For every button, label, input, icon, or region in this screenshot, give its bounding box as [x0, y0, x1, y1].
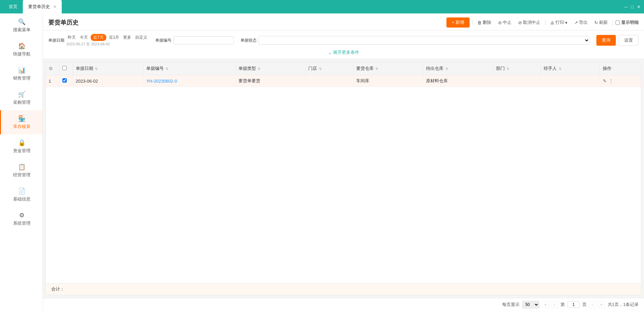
sidebar-item-label: 搜索菜单 — [13, 27, 31, 33]
sidebar-item-basic-info[interactable]: 📄 基础信息 — [0, 183, 43, 207]
sidebar-item-label: 经营管理 — [13, 172, 31, 178]
date-option-7days[interactable]: 近7天 — [91, 34, 106, 41]
stop-icon: ⊘ — [498, 20, 502, 25]
data-table: ⚙ 单据日期 ⇅ 单据编号 ⇅ — [46, 62, 641, 87]
sort-store-icon[interactable]: ⇅ — [319, 67, 322, 71]
tab-list: 首页 要货单历史 ✕ — [3, 0, 62, 13]
sidebar-item-system-mgmt[interactable]: ⚙ 系统管理 — [0, 207, 43, 231]
date-option-yesterday[interactable]: 昨天 — [66, 34, 77, 41]
table-body: 1 2023-06-02 YH-20230602-0 要货单要货 — [46, 75, 641, 87]
prev-page-button[interactable]: ‹ — [552, 301, 558, 308]
date-option-more[interactable]: 更多 — [122, 34, 132, 41]
sidebar-item-sales-mgmt[interactable]: 📊 销售管理 — [0, 62, 43, 86]
last-page-button[interactable]: » — [598, 301, 605, 308]
delete-button[interactable]: 🗑 删除 — [475, 18, 493, 27]
per-page-select[interactable]: 50 20 100 200 — [522, 301, 539, 308]
th-operation: 操作 — [600, 62, 641, 75]
td-index: 1 — [46, 75, 59, 87]
new-button[interactable]: + 新增 — [446, 17, 470, 28]
expand-icon: ⌄ — [328, 50, 332, 55]
display-detail-checkbox[interactable] — [615, 20, 620, 25]
date-option-today[interactable]: 今天 — [78, 34, 89, 41]
sidebar-item-quick-nav[interactable]: 🏠 快捷导航 — [0, 38, 43, 62]
sidebar-item-label: 资金管理 — [13, 148, 31, 154]
settings-button[interactable]: 设置 — [619, 35, 639, 46]
table-settings-icon[interactable]: ⚙ — [49, 66, 53, 71]
sort-department-icon[interactable]: ⇅ — [506, 67, 509, 71]
more-icon[interactable]: ⋮ — [609, 78, 613, 84]
home-icon: 🏠 — [18, 42, 25, 50]
page-label: 第 — [560, 302, 565, 308]
expand-more-btn[interactable]: ⌄ 展开更多条件 — [48, 49, 639, 55]
sort-doc-no-icon[interactable]: ⇅ — [166, 67, 168, 71]
basic-info-icon: 📄 — [18, 187, 25, 195]
close-tab-icon[interactable]: ✕ — [53, 5, 56, 9]
doc-no-filter: 单据编号 — [155, 36, 234, 44]
th-req-warehouse: 要货仓库 ⇅ — [353, 62, 423, 75]
th-department: 部门 ⇅ — [493, 62, 541, 75]
query-button[interactable]: 查询 — [596, 35, 616, 46]
first-page-button[interactable]: « — [542, 301, 549, 308]
sort-doc-date-icon[interactable]: ⇅ — [95, 67, 98, 71]
display-detail-toggle[interactable]: 显示明细 — [615, 19, 639, 26]
doc-status-select[interactable] — [259, 36, 590, 45]
doc-no-link[interactable]: YH-20230602-0 — [146, 79, 177, 84]
sort-doc-type-icon[interactable]: ⇅ — [258, 67, 260, 71]
minimize-icon[interactable]: ─ — [625, 4, 628, 9]
td-checkbox — [59, 75, 73, 87]
td-doc-no: YH-20230602-0 — [144, 75, 235, 87]
sidebar-item-purchase-mgmt[interactable]: 🛒 采购管理 — [0, 86, 43, 110]
row-checkbox[interactable] — [62, 78, 67, 83]
print-dropdown-icon: ▾ — [565, 20, 568, 25]
doc-status-label: 单据状态 — [240, 38, 257, 43]
sidebar: 🔍 搜索菜单 🏠 快捷导航 📊 销售管理 🛒 采购管理 🏪 库存核算 🔒 资金管… — [0, 13, 43, 311]
sidebar-item-search-menu[interactable]: 🔍 搜索菜单 — [0, 13, 43, 38]
next-page-button[interactable]: › — [589, 301, 595, 308]
cancel-stop-button[interactable]: ⊘ 取消中止 — [516, 18, 542, 27]
sidebar-item-finance-mgmt[interactable]: 🔒 资金管理 — [0, 134, 43, 159]
toolbar-divider-1 — [472, 20, 473, 25]
delete-icon: 🗑 — [477, 20, 482, 25]
operations-icon: 📋 — [18, 163, 25, 171]
sidebar-item-operations-mgmt[interactable]: 📋 经营管理 — [0, 159, 43, 183]
system-icon: ⚙ — [19, 212, 24, 219]
print-button[interactable]: 🖨 打印 ▾ — [548, 18, 570, 27]
edit-icon[interactable]: ✎ — [603, 78, 607, 84]
sidebar-item-label: 采购管理 — [13, 99, 31, 105]
date-option-1month[interactable]: 近1月 — [108, 34, 121, 41]
th-handler: 经手人 ⇅ — [541, 62, 600, 75]
stop-button[interactable]: ⊘ 中止 — [496, 18, 514, 27]
filter-actions: 查询 设置 — [596, 35, 639, 46]
close-window-icon[interactable]: ✕ — [637, 4, 641, 9]
per-page-label: 每页显示 — [502, 302, 520, 308]
maximize-icon[interactable]: □ — [631, 4, 634, 9]
toolbar: + 新增 🗑 删除 ⊘ 中止 ⊘ 取消中止 🖨 打印 — [446, 17, 639, 28]
refresh-button[interactable]: ↻ 刷新 — [592, 18, 610, 27]
sidebar-item-label: 快捷导航 — [13, 51, 31, 57]
filter-row-1: 单据日期 昨天 今天 近7天 近1月 更多 自定义 2023-05-27 至 2… — [48, 34, 639, 47]
table-row: 1 2023-06-02 YH-20230602-0 要货单要货 — [46, 75, 641, 87]
doc-date-label: 单据日期 — [48, 38, 64, 43]
sort-req-warehouse-icon[interactable]: ⇅ — [375, 67, 378, 71]
sort-handler-icon[interactable]: ⇅ — [559, 67, 561, 71]
doc-date-filter: 单据日期 昨天 今天 近7天 近1月 更多 自定义 2023-05-27 至 2… — [48, 34, 149, 47]
sidebar-item-inventory-calc[interactable]: 🏪 库存核算 — [0, 110, 43, 134]
date-options: 昨天 今天 近7天 近1月 更多 自定义 — [66, 34, 149, 41]
date-option-custom[interactable]: 自定义 — [134, 34, 149, 41]
tab-requisition-history[interactable]: 要货单历史 ✕ — [23, 0, 62, 13]
doc-no-input[interactable] — [173, 36, 234, 44]
purchase-icon: 🛒 — [18, 91, 25, 98]
select-all-checkbox[interactable] — [62, 66, 67, 70]
sort-pending-warehouse-icon[interactable]: ⇅ — [445, 67, 448, 71]
page-suffix: 页 — [582, 302, 587, 308]
doc-no-label: 单据编号 — [155, 38, 171, 43]
th-checkbox — [59, 62, 73, 75]
content-area: 要货单历史 + 新增 🗑 删除 ⊘ 中止 ⊘ 取消中止 🖨 — [43, 13, 644, 311]
export-button[interactable]: ↗ 导出 — [572, 18, 590, 27]
td-department — [493, 75, 541, 87]
page-input[interactable] — [568, 301, 580, 308]
main-layout: 🔍 搜索菜单 🏠 快捷导航 📊 销售管理 🛒 采购管理 🏪 库存核算 🔒 资金管… — [0, 13, 644, 311]
tab-home[interactable]: 首页 — [3, 0, 23, 13]
th-pending-warehouse: 待出仓库 ⇅ — [423, 62, 493, 75]
finance-icon: 🔒 — [18, 139, 25, 146]
